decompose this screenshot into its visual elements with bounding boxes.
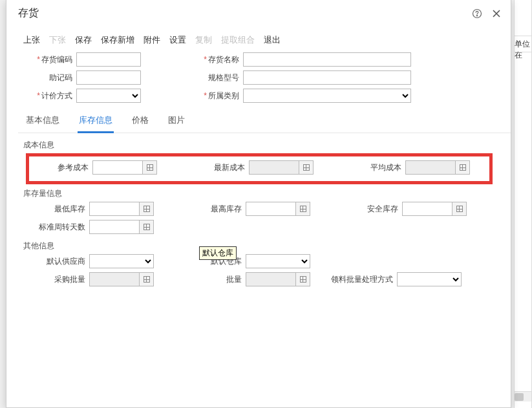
calculator-icon <box>300 206 306 212</box>
label-pick-mode: 领料批量处理方式 <box>319 274 397 285</box>
dialog-inventory: 存货 上张 下张 保存 保存新增 附件 设置 复制 提取组合 退出 *存货编码 … <box>6 0 511 408</box>
background-scrollbar[interactable] <box>515 391 531 402</box>
calc-button-safe-stock[interactable] <box>452 202 467 216</box>
label-min-stock: 最低库存 <box>31 204 89 215</box>
input-safe-stock[interactable] <box>402 202 452 216</box>
tab-image[interactable]: 图片 <box>167 112 186 133</box>
input-spec[interactable] <box>243 70 411 85</box>
toolbar-exit[interactable]: 退出 <box>264 34 281 46</box>
calculator-icon <box>144 224 150 230</box>
select-pick-mode[interactable] <box>397 272 462 286</box>
label-max-stock: 最高库存 <box>163 204 246 215</box>
scrollbar-thumb[interactable] <box>515 393 524 401</box>
label-safe-stock: 安全库存 <box>319 204 402 215</box>
section-stockqty-title: 库存量信息 <box>23 188 511 199</box>
svg-point-1 <box>476 15 478 16</box>
calculator-icon <box>460 164 466 171</box>
calc-button-ref-cost[interactable] <box>143 160 157 175</box>
label-name: 存货名称 <box>208 55 239 64</box>
input-pick-lot <box>246 272 296 286</box>
label-spec: 规格型号 <box>208 73 239 82</box>
toolbar-calc-group: 提取组合 <box>221 34 255 46</box>
toolbar-settings[interactable]: 设置 <box>169 34 186 46</box>
label-ref-cost: 参考成本 <box>34 162 92 173</box>
select-default-warehouse[interactable] <box>246 254 310 268</box>
tabs: 基本信息 库存信息 价格 图片 <box>18 107 511 133</box>
calculator-icon <box>144 276 150 283</box>
titlebar: 存货 <box>6 0 511 25</box>
calc-button-avg-cost[interactable] <box>456 160 470 175</box>
label-memo: 助记码 <box>49 73 72 82</box>
select-default-supplier[interactable] <box>89 254 154 268</box>
calculator-icon <box>300 276 306 283</box>
highlighted-cost-row: 参考成本 最新成本 平均成本 <box>26 153 493 184</box>
input-turn-days[interactable] <box>89 220 140 234</box>
calculator-icon <box>147 164 153 171</box>
calculator-icon <box>144 206 150 212</box>
calculator-icon <box>456 206 463 212</box>
calc-button-pick-lot[interactable] <box>296 272 310 286</box>
input-code[interactable] <box>76 52 141 67</box>
label-buy-lot: 采购批量 <box>31 274 89 285</box>
input-max-stock[interactable] <box>246 202 296 216</box>
label-code: 存货编码 <box>41 55 72 64</box>
toolbar-prev[interactable]: 上张 <box>23 34 40 46</box>
calc-button-new-cost[interactable] <box>299 160 314 175</box>
toolbar: 上张 下张 保存 保存新增 附件 设置 复制 提取组合 退出 <box>6 25 511 52</box>
section-cost-title: 成本信息 <box>23 140 511 151</box>
input-min-stock[interactable] <box>89 202 140 216</box>
label-turn-days: 标准周转天数 <box>31 222 89 233</box>
tab-stock[interactable]: 库存信息 <box>78 112 114 133</box>
input-ref-cost[interactable] <box>92 160 143 175</box>
toolbar-attach[interactable]: 附件 <box>144 34 160 46</box>
input-avg-cost <box>405 160 456 175</box>
calculator-icon <box>303 164 310 171</box>
tab-price[interactable]: 价格 <box>131 112 150 133</box>
select-category[interactable] <box>243 89 411 103</box>
input-name[interactable] <box>243 52 411 67</box>
calc-button-min-stock[interactable] <box>140 202 154 216</box>
input-new-cost <box>249 160 299 175</box>
input-memo[interactable] <box>76 70 141 85</box>
toolbar-save[interactable]: 保存 <box>75 34 92 46</box>
label-category: 所属类别 <box>208 91 239 100</box>
tab-basic[interactable]: 基本信息 <box>25 112 61 133</box>
background-panel: 单位在 <box>514 0 532 408</box>
help-icon[interactable] <box>472 8 482 19</box>
toolbar-save-new[interactable]: 保存新增 <box>101 34 134 46</box>
label-pricing: 计价方式 <box>41 91 72 100</box>
toolbar-copy: 复制 <box>195 34 212 46</box>
calc-button-turn-days[interactable] <box>140 220 154 234</box>
tooltip-default-warehouse: 默认仓库 <box>199 246 237 260</box>
bg-header-fragment: 单位在 <box>515 39 531 61</box>
close-icon[interactable] <box>491 8 502 19</box>
section-other-title: 其他信息 <box>23 241 511 252</box>
select-pricing[interactable] <box>76 89 141 103</box>
calc-button-max-stock[interactable] <box>296 202 310 216</box>
label-default-supplier: 默认供应商 <box>31 256 89 267</box>
label-avg-cost: 平均成本 <box>323 162 405 173</box>
label-new-cost: 最新成本 <box>166 162 249 173</box>
toolbar-next: 下张 <box>49 34 66 46</box>
input-buy-lot <box>89 272 140 286</box>
label-pick-lot: 批量 <box>163 274 246 285</box>
calc-button-buy-lot[interactable] <box>140 272 154 286</box>
dialog-title: 存货 <box>18 6 39 20</box>
